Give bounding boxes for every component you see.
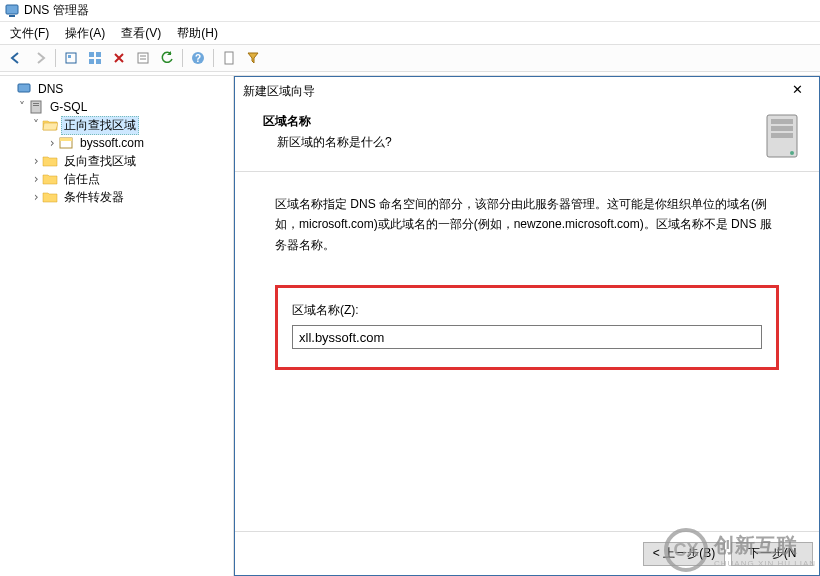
tb-delete[interactable] xyxy=(108,47,130,69)
svg-rect-16 xyxy=(33,103,39,104)
zone-name-label: 区域名称(Z): xyxy=(292,302,762,319)
app-title-bar: DNS 管理器 xyxy=(0,0,820,22)
folder-icon xyxy=(42,153,58,169)
tree-server-label: G-SQL xyxy=(47,99,90,115)
tree-reverse-zone[interactable]: › 反向查找区域 xyxy=(4,152,233,170)
wizard-title: 新建区域向导 xyxy=(243,83,315,100)
folder-icon xyxy=(42,189,58,205)
dns-app-icon xyxy=(4,3,20,19)
menu-action[interactable]: 操作(A) xyxy=(57,23,113,44)
tree-root[interactable]: DNS xyxy=(4,80,233,98)
menu-help[interactable]: 帮助(H) xyxy=(169,23,226,44)
refresh-icon xyxy=(160,51,174,65)
tree-forward-child[interactable]: › byssoft.com xyxy=(4,134,233,152)
svg-rect-4 xyxy=(89,52,94,57)
new-zone-wizard: 新建区域向导 ✕ 区域名称 新区域的名称是什么? 区域名称指定 DNS 命名空间… xyxy=(234,76,820,576)
tree-forward-label: 正向查找区域 xyxy=(61,116,139,135)
tb-extra-2[interactable] xyxy=(242,47,264,69)
svg-rect-15 xyxy=(31,101,41,113)
wizard-footer: < 上一步(B) 下一步(N xyxy=(235,531,819,575)
tree-forward-child-label: byssoft.com xyxy=(77,135,147,151)
highlight-box: 区域名称(Z): xyxy=(275,285,779,370)
zone-icon xyxy=(58,135,74,151)
svg-rect-22 xyxy=(771,126,793,131)
svg-rect-19 xyxy=(60,138,72,141)
wizard-title-bar: 新建区域向导 ✕ xyxy=(235,77,819,105)
arrow-left-icon xyxy=(9,51,23,65)
svg-rect-21 xyxy=(771,119,793,124)
app-title: DNS 管理器 xyxy=(24,2,89,19)
svg-rect-13 xyxy=(225,52,233,64)
folder-open-icon xyxy=(42,117,58,133)
svg-text:?: ? xyxy=(195,53,201,64)
nav-back-button[interactable] xyxy=(5,47,27,69)
svg-rect-17 xyxy=(33,105,39,106)
expand-icon[interactable]: › xyxy=(30,172,42,186)
expand-icon[interactable]: › xyxy=(46,136,58,150)
properties-icon xyxy=(136,51,150,65)
svg-rect-1 xyxy=(9,15,15,17)
tb-properties[interactable] xyxy=(132,47,154,69)
x-icon xyxy=(112,51,126,65)
svg-rect-6 xyxy=(89,59,94,64)
content-pane: 新建区域向导 ✕ 区域名称 新区域的名称是什么? 区域名称指定 DNS 命名空间… xyxy=(234,76,820,576)
back-button[interactable]: < 上一步(B) xyxy=(643,542,725,566)
tree-reverse-label: 反向查找区域 xyxy=(61,152,139,171)
filter-icon xyxy=(246,51,260,65)
action-icon xyxy=(64,51,78,65)
tree-server[interactable]: ˅ G-SQL xyxy=(4,98,233,116)
tb-extra-1[interactable] xyxy=(218,47,240,69)
next-button[interactable]: 下一步(N xyxy=(731,542,813,566)
arrow-right-icon xyxy=(33,51,47,65)
tree-pane: DNS ˅ G-SQL ˅ 正向查找区域 › byssoft.com › 反向查… xyxy=(0,76,234,576)
svg-rect-7 xyxy=(96,59,101,64)
tb-help[interactable]: ? xyxy=(187,47,209,69)
tb-btn-1[interactable] xyxy=(60,47,82,69)
tree-conditional-forwarders[interactable]: › 条件转发器 xyxy=(4,188,233,206)
svg-rect-14 xyxy=(18,84,30,92)
svg-rect-0 xyxy=(6,5,18,14)
close-icon: ✕ xyxy=(792,82,803,97)
wizard-subheading: 新区域的名称是什么? xyxy=(277,134,392,151)
tree-trust-points[interactable]: › 信任点 xyxy=(4,170,233,188)
svg-rect-3 xyxy=(68,55,71,58)
nav-forward-button[interactable] xyxy=(29,47,51,69)
svg-rect-5 xyxy=(96,52,101,57)
folder-icon xyxy=(42,171,58,187)
tb-btn-2[interactable] xyxy=(84,47,106,69)
expand-icon[interactable]: › xyxy=(30,190,42,204)
tree-trust-label: 信任点 xyxy=(61,170,103,189)
help-icon: ? xyxy=(191,51,205,65)
wizard-heading: 区域名称 xyxy=(263,113,392,130)
toolbar: ? xyxy=(0,44,820,72)
server-icon xyxy=(28,99,44,115)
tree-root-label: DNS xyxy=(35,81,66,97)
menu-file[interactable]: 文件(F) xyxy=(2,23,57,44)
collapse-icon[interactable]: ˅ xyxy=(30,118,42,132)
wizard-header: 区域名称 新区域的名称是什么? xyxy=(235,105,819,172)
svg-point-24 xyxy=(790,151,794,155)
expand-icon[interactable]: › xyxy=(30,154,42,168)
menu-view[interactable]: 查看(V) xyxy=(113,23,169,44)
tb-refresh[interactable] xyxy=(156,47,178,69)
dns-root-icon xyxy=(16,81,32,97)
page-icon xyxy=(222,51,236,65)
zone-name-input[interactable] xyxy=(292,325,762,349)
tree-forward-zone[interactable]: ˅ 正向查找区域 xyxy=(4,116,233,134)
svg-rect-23 xyxy=(771,133,793,138)
tree-conditional-label: 条件转发器 xyxy=(61,188,127,207)
collapse-icon[interactable]: ˅ xyxy=(16,100,28,114)
grid-icon xyxy=(88,51,102,65)
wizard-body: 区域名称指定 DNS 命名空间的部分，该部分由此服务器管理。这可能是你组织单位的… xyxy=(235,172,819,531)
wizard-close-button[interactable]: ✕ xyxy=(783,81,811,101)
wizard-description: 区域名称指定 DNS 命名空间的部分，该部分由此服务器管理。这可能是你组织单位的… xyxy=(275,194,779,255)
menu-bar: 文件(F) 操作(A) 查看(V) 帮助(H) xyxy=(0,22,820,44)
svg-rect-8 xyxy=(138,53,148,63)
wizard-server-icon xyxy=(761,113,803,161)
